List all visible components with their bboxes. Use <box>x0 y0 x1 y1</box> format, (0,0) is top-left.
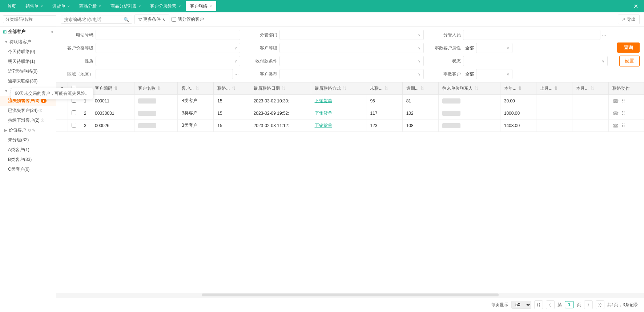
row-method-cell[interactable]: 下销货单 <box>311 107 366 119</box>
tab-customer-contact-close[interactable]: × <box>210 4 212 8</box>
tab-sales-label: 销售单 <box>25 3 39 9</box>
col-customer-code[interactable]: 客户编码 ⇅ <box>91 82 134 95</box>
col-not-contacted[interactable]: 未联... ⇅ <box>366 82 402 95</box>
manager-select[interactable] <box>463 30 600 40</box>
tab-analysis[interactable]: 商品分析 × <box>75 1 105 11</box>
filter-icon: ▽ <box>138 17 142 22</box>
tab-home[interactable]: 首页 <box>3 1 20 11</box>
col-this-year[interactable]: 本年... ⇅ <box>500 82 536 95</box>
tab-purchase[interactable]: 进货单 × <box>48 1 74 11</box>
status-select[interactable]: ∨ <box>463 56 608 66</box>
more-icon-1[interactable]: ⠿ <box>621 110 625 116</box>
customer-type-select[interactable]: ∨ <box>279 69 424 79</box>
export-button[interactable]: ↗ 导出 <box>618 15 640 24</box>
row-method-cell[interactable]: 下销货单 <box>311 95 366 107</box>
more-icon-0[interactable]: ⠿ <box>621 98 625 104</box>
arrow-right-icon: ▶ <box>4 128 7 132</box>
col-contacts[interactable]: 联络... ⇅ <box>214 82 250 95</box>
payment-select[interactable]: ∨ <box>279 56 424 66</box>
retail-attr-chevron-icon: ∨ <box>507 46 509 50</box>
collapse-icon[interactable]: « <box>51 30 53 34</box>
region-input[interactable] <box>96 69 233 79</box>
col-last-month[interactable]: 上月... ⇅ <box>536 82 572 95</box>
window-close-button[interactable]: ✕ <box>631 3 641 10</box>
last-page-btn[interactable]: ⟩⟩ <box>596 300 604 309</box>
tab-analysis-list-close[interactable]: × <box>139 4 141 8</box>
sidebar-item-class-a[interactable]: A类客户(1) <box>0 145 56 155</box>
customer-grade-label: 客户等级 <box>245 45 277 51</box>
per-page-select[interactable]: 50 100 <box>511 301 531 309</box>
current-page-number: 1 <box>565 301 574 308</box>
dept-select[interactable]: ∨ <box>279 30 424 40</box>
col-not-contacted-label: 未联... <box>370 86 382 91</box>
sidebar-item-today[interactable]: 今天待联络(0) <box>0 47 56 57</box>
row-method-cell[interactable]: 下销货单 <box>311 119 366 132</box>
tab-customer-contact[interactable]: 客户联络 × <box>186 1 216 11</box>
sidebar-item-ungrouped[interactable]: 未分组(32) <box>0 135 56 145</box>
refresh-icon[interactable]: ↻ <box>28 128 31 133</box>
col-customer-name[interactable]: 客户名称 ⇅ <box>134 82 178 95</box>
sidebar-item-tomorrow[interactable]: 明天待联络(1) <box>0 57 56 66</box>
tab-purchase-close[interactable]: × <box>68 4 70 8</box>
dept-chevron-icon: ∨ <box>418 33 420 37</box>
filter-row-4: 区域（地区） ··· 客户类型 ∨ 零散客户 <box>61 69 608 79</box>
horizontal-scrollbar[interactable] <box>56 293 644 297</box>
my-customers-checkbox-label[interactable]: 我分管的客户 <box>172 16 204 23</box>
churn-warning-badge: ● <box>41 99 47 103</box>
next-page-btn[interactable]: ⟩ <box>584 300 593 309</box>
retail-attr-select[interactable]: ∨ <box>476 43 512 53</box>
my-customers-checkbox[interactable] <box>172 17 176 22</box>
tab-sales[interactable]: 销售单 × <box>21 1 47 11</box>
tab-customer-tier[interactable]: 客户分层经营 × <box>146 1 185 11</box>
pending-group-label: 待联络客户 <box>9 39 31 45</box>
col-customer-type[interactable]: 客户... ⇅ <box>178 82 214 95</box>
sort-icon-code: ⇅ <box>114 86 118 91</box>
customer-grade-select[interactable]: ∨ <box>279 43 424 53</box>
row-checkbox-1[interactable] <box>72 110 76 115</box>
row-code-cell: 00030031 <box>91 107 134 119</box>
sidebar-item-7days[interactable]: 近7天待联络(0) <box>0 66 56 76</box>
tab-customer-tier-close[interactable]: × <box>178 4 181 8</box>
tab-analysis-close[interactable]: × <box>99 4 101 8</box>
toolbar-search-input[interactable] <box>64 17 122 22</box>
query-button[interactable]: 查询 <box>617 42 640 53</box>
sidebar-item-class-b[interactable]: B类客户(33) <box>0 155 56 165</box>
contact-icon-0[interactable]: ☎ <box>612 98 619 104</box>
more-conditions-btn[interactable]: ▽ 更多条件 ∧ <box>134 15 169 24</box>
col-last-contact-method[interactable]: 最后联络方式 ⇅ <box>311 82 366 95</box>
col-overdue[interactable]: 逾期... ⇅ <box>402 82 438 95</box>
sidebar-item-declining[interactable]: 持续下滑客户(2) ⓘ <box>0 116 56 125</box>
sidebar-group-pending: ▼ 待联络客户 今天待联络(0) 明天待联络(1) 近7天待联络(0) 逾期未联… <box>0 37 56 86</box>
settings-button[interactable]: 设置 <box>619 56 640 66</box>
phone-input[interactable] <box>96 30 240 40</box>
sidebar-search-input[interactable] <box>3 15 56 23</box>
sidebar-item-overdue[interactable]: 逾期未联络(30) <box>0 76 56 86</box>
row-this-month-cell <box>572 107 608 119</box>
scrollbar-thumb[interactable] <box>202 293 499 296</box>
region-more-icon[interactable]: ··· <box>233 71 240 77</box>
tab-sales-close[interactable]: × <box>41 4 43 8</box>
row-code-cell: 000011 <box>91 95 134 107</box>
more-icon-2[interactable]: ⠿ <box>621 123 625 129</box>
sidebar-all-customers[interactable]: ⊞ 全部客户 « <box>0 27 56 37</box>
edit-icon[interactable]: ✎ <box>32 128 36 133</box>
prev-page-btn[interactable]: ⟨ <box>546 300 555 309</box>
row-checkbox-2[interactable] <box>72 123 76 127</box>
col-this-month[interactable]: 本月... ⇅ <box>572 82 608 95</box>
sidebar-item-class-c[interactable]: C类客户(6) <box>0 165 56 174</box>
col-unit-contact[interactable]: 往来单位联系人 ⇅ <box>438 82 500 95</box>
tab-home-label: 首页 <box>7 3 16 9</box>
first-page-btn[interactable]: ⟨⟨ <box>534 300 543 309</box>
price-grade-select[interactable]: ∨ <box>96 43 240 53</box>
sidebar-group-value-title[interactable]: ▶ 价值客户 ↻ ✎ <box>0 125 56 135</box>
tab-analysis-list[interactable]: 商品分析列表 × <box>106 1 145 11</box>
retail-customer-select[interactable]: ∨ <box>476 69 512 79</box>
sidebar-item-churned[interactable]: 已流失客户(24) ⓘ <box>0 106 56 116</box>
sidebar-group-pending-title[interactable]: ▼ 待联络客户 <box>0 37 56 47</box>
contact-icon-1[interactable]: ☎ <box>612 110 619 116</box>
col-last-contact-date[interactable]: 最后联络日期 ⇅ <box>250 82 311 95</box>
manager-more-icon[interactable]: ··· <box>600 32 608 38</box>
contact-icon-2[interactable]: ☎ <box>612 123 619 129</box>
gender-select[interactable]: ∨ <box>96 56 240 66</box>
toolbar-search-icon[interactable]: 🔍 <box>124 17 129 22</box>
